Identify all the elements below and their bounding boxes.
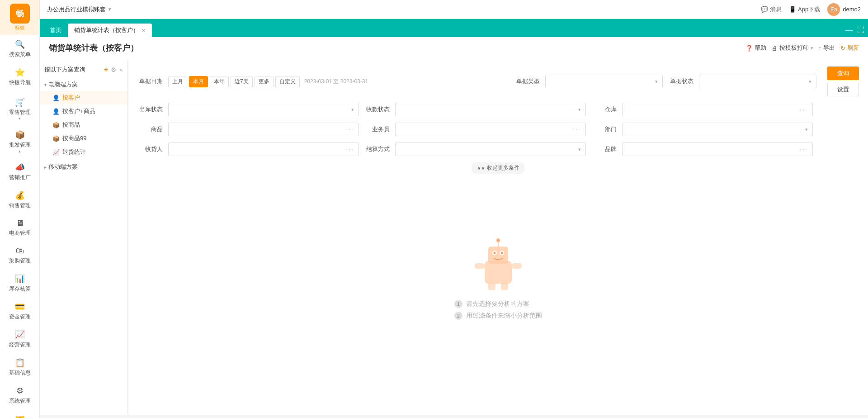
brand-select[interactable]: ··· <box>622 142 813 156</box>
more-btn[interactable]: 更多 <box>255 76 274 87</box>
tip2-num: 2 <box>454 312 462 320</box>
scheme-item-by-customer-product[interactable]: 👤 按客户+商品 <box>40 104 127 118</box>
scheme-group-mobile-header[interactable]: ▸ 移动端方案 <box>40 161 127 173</box>
sidebar-item-purchase[interactable]: 🛍 采购管理 <box>0 242 39 269</box>
sidebar-item-label: 搜索菜单 <box>9 51 31 58</box>
scheme-item-by-product[interactable]: 📦 按商品 <box>40 118 127 132</box>
print-button[interactable]: 🖨 按模板打印 ▾ <box>772 44 813 52</box>
order-type-select[interactable]: ▾ <box>545 75 663 88</box>
app-download-button[interactable]: 📱 App下载 <box>789 5 820 14</box>
settlement-arrow-icon: ▾ <box>578 147 581 152</box>
sidebar-item-label: 零售管理 <box>9 109 31 116</box>
salesman-label: 业务员 <box>364 125 390 133</box>
order-type-label: 单据类型 <box>514 77 540 86</box>
scheme-group-desktop-label: 电脑端方案 <box>48 81 78 89</box>
basic-icon: 📋 <box>15 358 25 368</box>
sidebar-item-marketing[interactable]: 📣 营销推广 <box>0 158 39 186</box>
tab-maximize-icon[interactable]: ⛶ <box>857 26 864 34</box>
export-button[interactable]: ↑ 导出 <box>819 44 835 52</box>
scheme-item-by-customer[interactable]: 👤 按客户 <box>40 91 127 104</box>
sidebar-item-label: 库存核算 <box>9 285 31 293</box>
sidebar-item-sales[interactable]: 💰 销售管理 <box>0 186 39 214</box>
settlement-select[interactable]: ▾ <box>395 142 586 156</box>
page-title: 销货单统计表（按客户） <box>49 43 138 53</box>
finance-icon: 💳 <box>15 302 25 312</box>
svg-rect-8 <box>488 283 495 290</box>
header-dropdown-icon[interactable]: ▾ <box>108 6 111 12</box>
sidebar-item-label: 快捷导航 <box>9 79 31 86</box>
settlement-label: 结算方式 <box>364 145 390 153</box>
receiver-select[interactable]: ··· <box>168 142 359 156</box>
receiver-dots-icon: ··· <box>346 146 354 153</box>
scheme-add-icon[interactable]: + <box>104 66 108 74</box>
cur-year-btn[interactable]: 本年 <box>210 76 229 87</box>
cur-month-btn[interactable]: 本月 <box>189 76 208 87</box>
inventory-icon: 📊 <box>15 274 25 284</box>
header-title: 办公用品行业模拟账套 <box>47 5 106 14</box>
sidebar-item-search-menu[interactable]: 🔍 搜索菜单 <box>0 35 39 63</box>
sidebar-item-label: 经营管理 <box>9 341 31 349</box>
sidebar-item-label: 批发管理 <box>9 141 31 149</box>
tab-sales-stat[interactable]: 销货单统计表（按客户） ✕ <box>68 24 152 37</box>
custom-btn[interactable]: 自定义 <box>275 76 300 87</box>
refresh-button[interactable]: ↻ 刷新 <box>840 44 859 52</box>
sidebar-item-ecommerce[interactable]: 🖥 电商管理 <box>0 214 39 242</box>
sidebar-item-retail[interactable]: 🛒 零售管理 ▾ <box>0 93 39 125</box>
user-area[interactable]: Ea demo2 <box>827 3 861 16</box>
out-status-select[interactable]: ▾ <box>168 103 359 116</box>
sidebar-item-label: 营销推广 <box>9 174 31 181</box>
sidebar-item-system[interactable]: ⚙ 系统管理 <box>0 381 39 409</box>
date-label: 单据日期 <box>137 77 163 86</box>
svg-point-11 <box>496 238 500 242</box>
collapse-button[interactable]: ∧∧ 收起更多条件 <box>472 162 525 174</box>
scheme-item-label: 按商品99 <box>62 134 86 142</box>
tab-close-icon[interactable]: ✕ <box>142 28 146 33</box>
product-select[interactable]: ··· <box>168 123 359 136</box>
chevron-up-icon: ▴ <box>19 149 21 153</box>
salesman-select[interactable]: ··· <box>395 123 586 136</box>
sidebar-item-finance[interactable]: 💳 资金管理 <box>0 297 39 325</box>
payment-status-label: 收款状态 <box>364 105 390 114</box>
sidebar-item-inventory[interactable]: 📊 库存核算 <box>0 269 39 297</box>
scheme-item-by-product99[interactable]: 📦 按商品99 <box>40 132 127 145</box>
payment-status-select[interactable]: ▾ <box>395 103 586 116</box>
tab-home[interactable]: 首页 <box>43 24 68 37</box>
help-button[interactable]: ❓ 帮助 <box>745 44 766 52</box>
scheme-edit-icon[interactable]: ⚙ <box>111 66 117 73</box>
sidebar-item-label: 电商管理 <box>9 229 31 237</box>
product-dots-icon: ··· <box>346 126 354 133</box>
sidebar-item-quick-nav[interactable]: ⭐ 快捷导航 <box>0 63 39 91</box>
receiver-label: 收货人 <box>137 145 163 153</box>
filter-row-2: 出库状态 ▾ 收款状态 ▾ 仓库 ··· <box>137 103 859 116</box>
message-button[interactable]: 💬 消息 <box>761 5 782 14</box>
sidebar-item-wholesale[interactable]: 📦 批发管理 ▴ <box>0 125 39 158</box>
prev-month-btn[interactable]: 上月 <box>168 76 187 87</box>
settings-button[interactable]: 设置 <box>827 83 859 96</box>
tab-minimize-icon[interactable]: — <box>845 26 853 34</box>
sidebar-item-enterprise[interactable]: 🤝 企业协同 <box>0 409 39 418</box>
tab-bar: 首页 销货单统计表（按客户） ✕ — ⛶ <box>40 19 868 37</box>
refresh-label: 刷新 <box>847 44 859 52</box>
scheme-collapse-icon[interactable]: « <box>119 66 123 73</box>
scheme-item-label: 按客户+商品 <box>62 107 95 115</box>
order-status-select[interactable]: ▾ <box>699 75 816 88</box>
query-button[interactable]: 查询 <box>827 66 859 80</box>
salesman-dots-icon: ··· <box>573 126 581 133</box>
scheme-item-return-stat[interactable]: 📈 退货统计 <box>40 145 127 159</box>
sidebar-item-label: 销售管理 <box>9 202 31 209</box>
scheme-item-label: 按商品 <box>62 121 80 129</box>
sidebar-item-ops[interactable]: 📈 经营管理 <box>0 325 39 353</box>
dept-select[interactable]: ▾ <box>622 123 813 136</box>
sidebar-item-basic[interactable]: 📋 基础信息 <box>0 353 39 381</box>
warehouse-select[interactable]: ··· <box>622 103 813 116</box>
marketing-icon: 📣 <box>15 162 25 172</box>
last7days-btn[interactable]: 近7天 <box>231 76 253 87</box>
sidebar-item-label: 资金管理 <box>9 313 31 321</box>
tab-sales-stat-label: 销货单统计表（按客户） <box>74 26 139 34</box>
svg-rect-6 <box>475 263 485 269</box>
avatar: Ea <box>827 3 840 16</box>
scheme-group-desktop-header[interactable]: ▾ 电脑端方案 <box>40 78 127 91</box>
collapse-row: ∧∧ 收起更多条件 <box>137 162 859 174</box>
tip2-text: 用过滤条件来缩小分析范围 <box>466 312 542 320</box>
enterprise-icon: 🤝 <box>15 414 25 418</box>
